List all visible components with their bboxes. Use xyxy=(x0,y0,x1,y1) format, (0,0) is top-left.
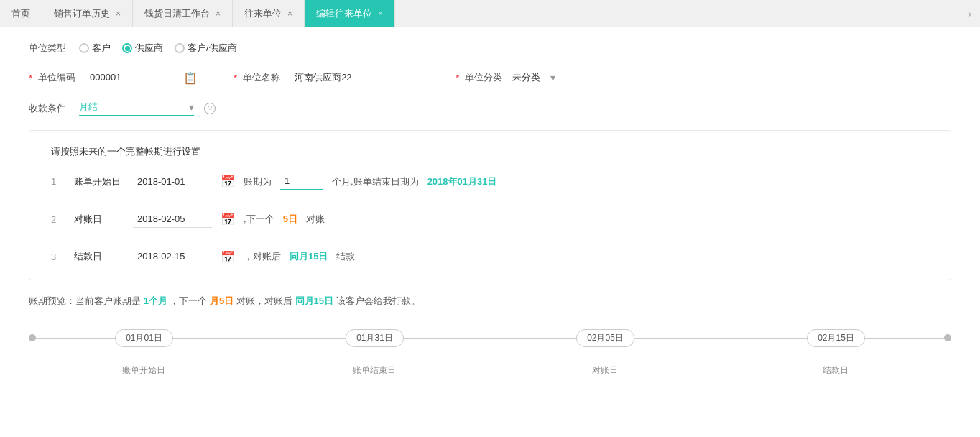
unit-type-radio-group: 客户 供应商 客户/供应商 xyxy=(79,42,237,55)
timeline-label-2: 账单结束日 xyxy=(353,364,396,377)
unit-code-copy-icon[interactable]: 📋 xyxy=(183,71,198,85)
radio-supplier[interactable]: 供应商 xyxy=(122,42,163,55)
row-3-num: 3 xyxy=(51,252,65,262)
payment-help-icon[interactable]: ? xyxy=(204,103,216,114)
timeline-badge-3: 02月05日 xyxy=(576,329,634,347)
tab-cash-work-close[interactable]: × xyxy=(216,9,221,19)
row-3-day-highlight: 同月15日 xyxy=(290,250,328,263)
payment-condition-row: 收款条件 月结 ▾ ? xyxy=(29,101,951,116)
radio-both-label: 客户/供应商 xyxy=(188,42,237,55)
tab-bar: 首页 销售订单历史 × 钱货日清工作台 × 往来单位 × 编辑往来单位 × › xyxy=(0,0,980,27)
tab-partner-close[interactable]: × xyxy=(287,9,292,19)
unit-type-label: 单位类型 xyxy=(29,42,66,55)
row-2-date-input[interactable] xyxy=(133,211,212,228)
row-1-prefix: 账期为 xyxy=(244,175,272,188)
unit-code-label: 单位编码 xyxy=(38,71,75,84)
unit-category-label: 单位分类 xyxy=(465,71,502,84)
row-1-num: 1 xyxy=(51,176,65,187)
radio-customer-circle xyxy=(79,43,89,53)
timeline-label-1: 账单开始日 xyxy=(122,364,165,377)
unit-name-input[interactable] xyxy=(290,69,420,86)
tab-sales-order-label: 销售订单历史 xyxy=(54,7,110,20)
timeline-item-4: 02月15日 结款日 xyxy=(807,329,865,377)
row-2-suffix: 对账 xyxy=(306,213,325,226)
timeline-item-1: 01月01日 账单开始日 xyxy=(115,329,173,377)
setting-box: 请按照未来的一个完整帐期进行设置 1 账单开始日 📅 账期为 个月,账单结束日期… xyxy=(29,130,951,280)
tab-cash-work[interactable]: 钱货日清工作台 × xyxy=(133,0,233,27)
setting-row-3: 3 结款日 📅 ，对账后 同月15日 结款 xyxy=(51,248,929,265)
tab-partner-label: 往来单位 xyxy=(244,7,282,20)
timeline-badge-1: 01月01日 xyxy=(115,329,173,347)
tab-edit-partner-close[interactable]: × xyxy=(378,9,383,19)
tab-cash-work-label: 钱货日清工作台 xyxy=(144,7,210,20)
preview-middle1: ，下一个 xyxy=(170,295,207,306)
preview-text: 账期预览：当前客户账期是 1个月 ，下一个 月5日 对账，对账后 同月15日 该… xyxy=(29,295,951,308)
radio-customer-label: 客户 xyxy=(92,42,111,55)
unit-category-star: * xyxy=(456,73,459,83)
timeline-badge-4: 02月15日 xyxy=(807,329,865,347)
tab-sales-order-close[interactable]: × xyxy=(116,9,121,19)
row-3-label: 结款日 xyxy=(74,250,124,263)
row-3-date-input[interactable] xyxy=(133,248,212,265)
payment-select-field[interactable]: 月结 ▾ xyxy=(79,101,194,116)
timeline-item-2: 01月31日 账单结束日 xyxy=(346,329,404,377)
unit-code-field: * 单位编码 📋 xyxy=(29,69,198,86)
unit-category-field: * 单位分类 未分类 ▾ xyxy=(456,71,555,84)
timeline: 01月01日 账单开始日 01月31日 账单结束日 02月05日 对账日 02月… xyxy=(29,322,951,398)
payment-condition-label: 收款条件 xyxy=(29,102,66,115)
payment-dropdown-icon[interactable]: ▾ xyxy=(189,101,194,113)
radio-supplier-circle xyxy=(122,43,132,53)
timeline-items: 01月01日 账单开始日 01月31日 账单结束日 02月05日 对账日 02月… xyxy=(29,329,951,377)
row-1-label: 账单开始日 xyxy=(74,175,124,188)
tab-edit-partner[interactable]: 编辑往来单位 × xyxy=(305,0,395,27)
preview-middle2: 对账，对账后 xyxy=(236,295,292,306)
timeline-item-3: 02月05日 对账日 xyxy=(576,329,634,377)
setting-row-2: 2 对账日 📅 ,下一个 5日 对账 xyxy=(51,211,929,228)
unit-info-row: * 单位编码 📋 * 单位名称 * 单位分类 未分类 ▾ xyxy=(29,69,951,86)
tab-sales-order[interactable]: 销售订单历史 × xyxy=(42,0,133,27)
row-2-prefix: ,下一个 xyxy=(244,213,274,226)
tab-home-label: 首页 xyxy=(11,7,30,20)
row-1-date-input[interactable] xyxy=(133,173,212,190)
preview-suffix: 该客户会给我打款。 xyxy=(336,295,420,306)
row-1-suffix: 个月,账单结束日期为 xyxy=(332,175,419,188)
radio-both[interactable]: 客户/供应商 xyxy=(175,42,237,55)
preview-period: 1个月 xyxy=(144,295,167,306)
row-1-end-date: 2018年01月31日 xyxy=(427,175,497,188)
timeline-label-4: 结款日 xyxy=(823,364,849,377)
unit-category-value: 未分类 xyxy=(512,71,540,84)
row-2-calendar-icon[interactable]: 📅 xyxy=(221,213,235,226)
timeline-badge-2: 01月31日 xyxy=(346,329,404,347)
row-3-suffix: 结款 xyxy=(336,250,355,263)
preview-payment-day: 同月15日 xyxy=(295,295,333,306)
tab-edit-partner-label: 编辑往来单位 xyxy=(316,7,372,20)
radio-customer[interactable]: 客户 xyxy=(79,42,111,55)
unit-name-field: * 单位名称 xyxy=(234,69,420,86)
preview-prefix: 账期预览：当前客户账期是 xyxy=(29,295,141,306)
row-2-num: 2 xyxy=(51,214,65,225)
radio-supplier-label: 供应商 xyxy=(135,42,163,55)
row-1-calendar-icon[interactable]: 📅 xyxy=(221,175,235,188)
tab-partner[interactable]: 往来单位 × xyxy=(233,0,305,27)
unit-name-label: 单位名称 xyxy=(243,71,280,84)
row-2-label: 对账日 xyxy=(74,213,124,226)
row-2-day-highlight: 5日 xyxy=(283,213,297,226)
preview-day: 月5日 xyxy=(210,295,234,306)
setting-row-1: 1 账单开始日 📅 账期为 个月,账单结束日期为 2018年01月31日 xyxy=(51,172,929,190)
timeline-label-3: 对账日 xyxy=(592,364,618,377)
tab-expand-button[interactable]: › xyxy=(959,8,980,19)
payment-value: 月结 xyxy=(79,101,98,114)
row-3-calendar-icon[interactable]: 📅 xyxy=(221,250,235,264)
unit-type-row: 单位类型 客户 供应商 客户/供应商 xyxy=(29,42,951,55)
row-3-prefix: ，对账后 xyxy=(244,250,281,263)
unit-name-star: * xyxy=(234,73,237,83)
main-content: 单位类型 客户 供应商 客户/供应商 * 单位编码 📋 * 单位名称 xyxy=(0,27,980,437)
row-1-period-input[interactable] xyxy=(280,172,323,190)
unit-code-star: * xyxy=(29,73,32,83)
unit-code-input[interactable] xyxy=(85,69,179,86)
tab-home[interactable]: 首页 xyxy=(0,0,42,27)
setting-title: 请按照未来的一个完整帐期进行设置 xyxy=(51,145,929,158)
radio-both-circle xyxy=(175,43,185,53)
unit-category-dropdown-icon[interactable]: ▾ xyxy=(550,72,555,83)
